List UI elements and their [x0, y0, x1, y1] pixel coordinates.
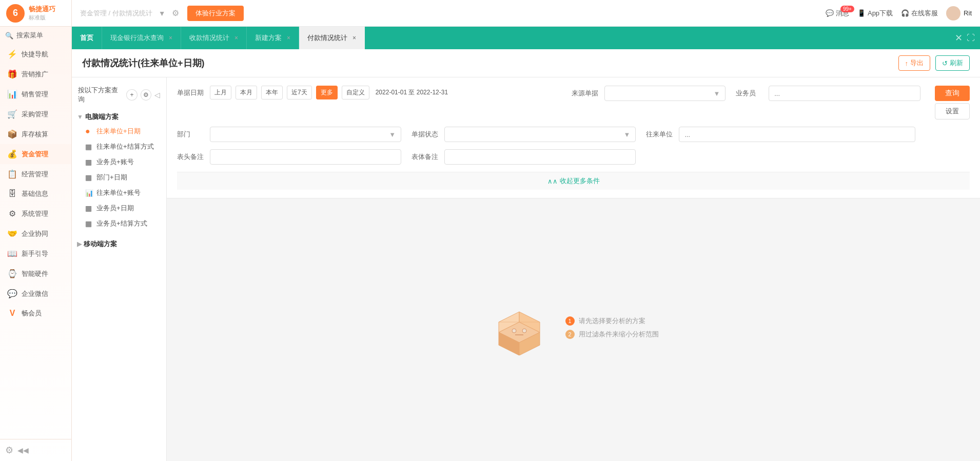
partner-input[interactable]	[679, 127, 915, 142]
tab-close-all-icon[interactable]: ✕	[955, 32, 963, 44]
sidebar-item-guide[interactable]: 📖 新手引导	[0, 244, 71, 264]
date-btn-this-year[interactable]: 本年	[261, 86, 283, 99]
setting-button[interactable]: 设置	[935, 103, 970, 119]
message-button[interactable]: 💬 消息 99+	[826, 9, 849, 18]
sidebar-item-sales[interactable]: 📊 销售管理	[0, 84, 71, 104]
query-actions: 查询 设置	[935, 86, 970, 119]
scheme-mobile-title[interactable]: ▶ 移动端方案	[72, 237, 166, 251]
salesman-field: 业务员	[736, 86, 920, 101]
system-icon: ⚙	[7, 209, 17, 218]
sidebar-item-member[interactable]: V 畅会员	[0, 304, 71, 323]
scheme-panel-collapse-button[interactable]: ◁	[154, 91, 160, 99]
header-remark-input[interactable]	[210, 149, 401, 165]
scheme-header-label: 按以下方案查询	[78, 86, 123, 104]
right-content: 单据日期 上月 本月 本年 近7天 更多 自定义 2022-01-01 至 20…	[167, 77, 980, 461]
date-btn-more[interactable]: 更多	[316, 86, 338, 99]
body-remark-field: 表体备注	[411, 149, 636, 165]
scheme-item-salesman-account[interactable]: ▦ 业务员+账号	[72, 154, 166, 170]
purchase-icon: 🛒	[7, 109, 17, 119]
dept-select[interactable]: ▼	[210, 127, 401, 142]
export-label: 导出	[910, 58, 924, 68]
query-button[interactable]: 查询	[935, 86, 970, 101]
sidebar-bottom: ⚙ ◀◀	[0, 439, 71, 461]
main-content: 资金管理 / 付款情况统计 ▼ ⚙ 体验行业方案 💬 消息 99+ 📱 App下…	[72, 0, 980, 461]
export-button[interactable]: ↑ 导出	[898, 55, 931, 71]
source-select[interactable]: ▼	[604, 86, 726, 101]
sidebar-item-capital[interactable]: 💰 资金管理	[0, 144, 71, 164]
salesman-input[interactable]	[769, 86, 920, 101]
header-remark-label: 表头备注	[177, 152, 206, 162]
gear-bottom-icon[interactable]: ⚙	[5, 445, 13, 456]
app-download-button[interactable]: 📱 App下载	[857, 9, 893, 18]
scheme-desktop-title[interactable]: ▼ 电脑端方案	[72, 110, 166, 124]
scheme-panel-header: 按以下方案查询 + ⚙ ◁	[72, 83, 166, 107]
topbar-dropdown-icon[interactable]: ▼	[159, 9, 166, 17]
scheme-item-salesman-settle[interactable]: ▦ 业务员+结算方式	[72, 216, 166, 231]
scheme-item-salesman-date[interactable]: ▦ 业务员+日期	[72, 201, 166, 216]
inventory-label: 库存核算	[22, 130, 48, 139]
page-header: 付款情况统计(往来单位+日期) ↑ 导出 ↺ 刷新	[72, 49, 980, 77]
tab-payment-close[interactable]: ×	[352, 34, 356, 42]
desktop-group-label: 电脑端方案	[85, 112, 119, 122]
scheme-item-partner-account[interactable]: 📊 往来单位+账号	[72, 185, 166, 201]
date-field: 单据日期 上月 本月 本年 近7天 更多 自定义 2022-01-01 至 20…	[177, 86, 561, 99]
sidebar-item-basic[interactable]: 🗄 基础信息	[0, 184, 71, 204]
tab-maximize-icon[interactable]: ⛶	[967, 33, 975, 43]
svg-point-7	[522, 329, 526, 333]
sidebar-item-marketing[interactable]: 🎁 营销推广	[0, 64, 71, 84]
tab-receipt[interactable]: 收款情况统计 ×	[181, 27, 247, 49]
date-btn-7days[interactable]: 近7天	[287, 86, 312, 99]
inventory-icon: 📦	[7, 129, 17, 139]
date-btn-last-month[interactable]: 上月	[210, 86, 231, 99]
empty-hint-1: 1 请先选择要分析的方案	[565, 316, 659, 326]
tab-home[interactable]: 首页	[72, 27, 102, 49]
sidebar-item-shortcut[interactable]: ⚡ 快捷导航	[0, 44, 71, 64]
scheme-item-dept-date[interactable]: ▦ 部门+日期	[72, 170, 166, 185]
search-menu[interactable]: 🔍 搜索菜单	[0, 27, 71, 44]
basic-label: 基础信息	[22, 189, 48, 198]
body-remark-input[interactable]	[444, 149, 636, 165]
sidebar-item-enterprise[interactable]: 🤝 企业协同	[0, 224, 71, 244]
service-button[interactable]: 🎧 在线客服	[901, 9, 938, 18]
scheme-item-partner-settle[interactable]: ▦ 往来单位+结算方式	[72, 139, 166, 154]
collapse-conditions-button[interactable]: ∧∧ 收起更多条件	[177, 172, 970, 190]
tab-new-scheme-close[interactable]: ×	[287, 34, 290, 42]
topbar-gear-icon[interactable]: ⚙	[172, 8, 179, 18]
scheme-item-partner-date[interactable]: ● 往来单位+日期	[72, 124, 166, 139]
sidebar-item-hardware[interactable]: ⌚ 智能硬件	[0, 264, 71, 284]
tab-new-scheme[interactable]: 新建方案 ×	[247, 27, 299, 49]
logo-text-group: 畅捷通巧 标准版	[29, 5, 55, 22]
user-section[interactable]: Rit	[946, 6, 972, 21]
tab-payment[interactable]: 付款情况统计 ×	[299, 27, 365, 49]
partner-account-icon: 📊	[85, 189, 93, 197]
trial-button[interactable]: 体验行业方案	[187, 6, 244, 21]
sidebar-item-wechat[interactable]: 💬 企业微信	[0, 284, 71, 304]
tab-new-scheme-label: 新建方案	[255, 33, 282, 43]
sidebar-item-operations[interactable]: 📋 经营管理	[0, 164, 71, 184]
member-icon: V	[7, 309, 17, 318]
status-field: 单据状态 ▼	[411, 127, 636, 142]
sidebar-logo: 6 畅捷通巧 标准版	[0, 0, 71, 27]
date-btn-this-month[interactable]: 本月	[236, 86, 257, 99]
sidebar-item-purchase[interactable]: 🛒 采购管理	[0, 104, 71, 124]
marketing-icon: 🎁	[7, 69, 17, 79]
sales-label: 销售管理	[22, 90, 48, 99]
page-actions: ↑ 导出 ↺ 刷新	[898, 55, 970, 71]
tab-bank-close[interactable]: ×	[169, 34, 172, 42]
collapse-sidebar-icon[interactable]: ◀◀	[17, 446, 29, 454]
sales-icon: 📊	[7, 89, 17, 99]
salesman-settle-icon: ▦	[85, 219, 93, 228]
operations-icon: 📋	[7, 169, 17, 179]
sidebar-item-inventory[interactable]: 📦 库存核算	[0, 124, 71, 144]
tab-receipt-close[interactable]: ×	[234, 34, 238, 42]
sidebar-item-system[interactable]: ⚙ 系统管理	[0, 204, 71, 224]
capital-icon: 💰	[7, 149, 17, 159]
mobile-group-label: 移动端方案	[84, 239, 117, 249]
status-select[interactable]: ▼	[444, 127, 636, 142]
scheme-add-button[interactable]: +	[126, 89, 137, 101]
refresh-button[interactable]: ↺ 刷新	[935, 55, 970, 71]
service-label: 在线客服	[911, 9, 938, 18]
scheme-settings-button[interactable]: ⚙	[141, 89, 151, 101]
tab-bank[interactable]: 现金银行流水查询 ×	[102, 27, 181, 49]
date-btn-custom[interactable]: 自定义	[342, 86, 369, 99]
